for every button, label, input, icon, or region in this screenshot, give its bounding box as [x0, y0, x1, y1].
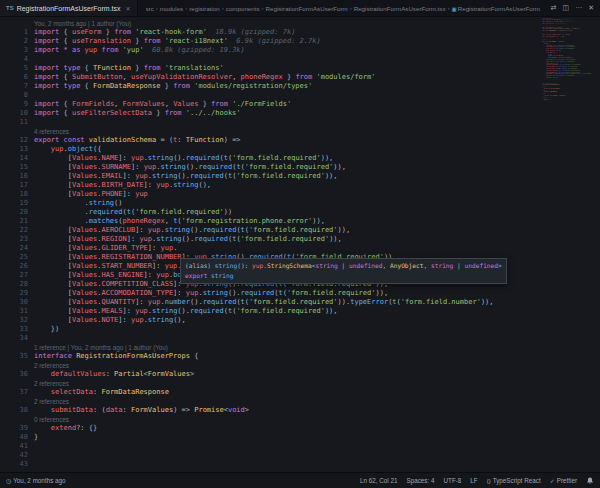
line-number: 3 — [0, 46, 34, 55]
line-number: 19 — [0, 199, 34, 208]
line-number: 13 — [0, 145, 34, 154]
breadcrumb-separator-icon: › — [448, 5, 450, 11]
tab-close-icon[interactable]: ✕ — [126, 5, 131, 12]
line-number: 10 — [0, 109, 34, 118]
breadcrumb-item[interactable]: registration — [189, 5, 220, 12]
tsx-file-icon: TS — [6, 5, 14, 11]
code-line: 32 [Values.NOTE]: yup.string(), — [0, 316, 600, 325]
code-line: 17 [Values.BIRTH_DATE]: yup.string(), — [0, 181, 600, 190]
line-number: 12 — [0, 136, 34, 145]
code-line: 22 [Values.AEROCLUB]: yup.string().requi… — [0, 226, 600, 235]
line-number: 7 — [0, 82, 34, 91]
codelens-line[interactable]: 4 references — [0, 127, 600, 136]
line-number — [0, 19, 34, 28]
line-number: 24 — [0, 244, 34, 253]
line-number: 25 — [0, 253, 34, 262]
status-item-blame-status[interactable]: ◷You, 2 months ago — [6, 477, 66, 484]
code-line: 2import { useTranslation } from 'react-i… — [0, 37, 600, 46]
code-line: 15 [Values.SURNAME]: yup.string().requir… — [0, 163, 600, 172]
breadcrumb-item[interactable]: RegistrationFormAsUserForm.tsx — [354, 5, 446, 12]
breadcrumb-item[interactable]: RegistrationFormAsUserForm — [266, 5, 348, 12]
code-line: 10import { useFilterSelectData } from '.… — [0, 109, 600, 118]
editor-pane[interactable]: You, 2 months ago | 1 author (You)1impor… — [0, 17, 600, 474]
line-number: 6 — [0, 73, 34, 82]
line-number: 32 — [0, 316, 34, 325]
code-line: 35interface RegistrationFormAsUserProps … — [0, 352, 600, 361]
breadcrumb-item[interactable]: modules — [160, 5, 183, 12]
line-number: 11 — [0, 118, 34, 127]
more-actions-icon[interactable]: ⋯ — [575, 4, 582, 12]
code-line: 36 defaultValues: Partial<FormValues> — [0, 370, 600, 379]
codelens-line[interactable]: 2 references — [0, 379, 600, 388]
code-line: 9import { FormFields, FormValues, Values… — [0, 100, 600, 109]
line-number: 35 — [0, 352, 34, 361]
split-editor-icon[interactable]: ◫ — [563, 4, 570, 12]
breadcrumb-item[interactable]: src — [146, 5, 154, 12]
code-line: 7import type { FormDataResponse } from '… — [0, 82, 600, 91]
code-line: 30 [Values.QUANTITY]: yup.number().requi… — [0, 298, 600, 307]
status-right: Ln 62, Col 21Spaces: 4UTF-8LF{}TypeScrip… — [360, 477, 594, 485]
line-number: 17 — [0, 181, 34, 190]
status-item-cursor-position[interactable]: Ln 62, Col 21 — [360, 477, 397, 484]
breadcrumb-item[interactable]: components — [226, 5, 260, 12]
line-number: 40 — [0, 433, 34, 442]
formatter-icon: ✓ — [550, 477, 555, 484]
status-item-language-mode[interactable]: {}TypeScript React — [487, 477, 541, 484]
code-line: 39 extend?: {} — [0, 424, 600, 433]
code-line: 14 [Values.NAME]: yup.string().required(… — [0, 154, 600, 163]
code-line: 31 [Values.MEALS]: yup.string().required… — [0, 307, 600, 316]
status-item-formatter[interactable]: ✓Prettier — [550, 477, 577, 484]
minimap[interactable]: You, 2 months ago | 1 author (You)1impor… — [542, 17, 600, 145]
codelens-line[interactable]: 0 references — [0, 415, 600, 424]
status-item-indentation[interactable]: Spaces: 4 — [406, 477, 434, 484]
code-line: 6import { SubmitButton, useYupValidation… — [0, 73, 600, 82]
code-line: 43 — [0, 460, 600, 469]
code-line: 33 }) — [0, 325, 600, 334]
line-number: 16 — [0, 172, 34, 181]
breadcrumb-separator-icon: › — [185, 5, 187, 11]
notifications-bell-icon[interactable] — [586, 477, 594, 485]
line-number: 5 — [0, 64, 34, 73]
code-rows: You, 2 months ago | 1 author (You)1impor… — [0, 17, 600, 469]
code-line: 24 [Values.GLIDER_TYPE]: yup. — [0, 244, 600, 253]
open-changes-icon[interactable]: ⇄ — [551, 4, 557, 12]
status-item-encoding[interactable]: UTF-8 — [444, 477, 462, 484]
language-mode-icon: {} — [487, 478, 491, 484]
symbol-icon: ▣ — [452, 6, 457, 12]
editor-topbar: TS RegistrationFormAsUserForm.tsx ✕ src›… — [0, 0, 600, 17]
breadcrumb-separator-icon: › — [156, 5, 158, 11]
status-bar: ◷You, 2 months ago Ln 62, Col 21Spaces: … — [0, 472, 600, 488]
line-number: 37 — [0, 388, 34, 397]
code-line: 1import { useForm } from 'react-hook-for… — [0, 28, 600, 37]
hover-popup-line: (alias) string(): yup.StringSchema<strin… — [185, 261, 502, 271]
line-number: 23 — [0, 235, 34, 244]
breadcrumb-item[interactable]: ▣RegistrationFormAsUserForm — [452, 5, 540, 12]
breadcrumb: src›modules›registration›components›Regi… — [146, 5, 545, 12]
breadcrumb-separator-icon: › — [262, 5, 264, 11]
code-line: 19 .string() — [0, 199, 600, 208]
code-line: 20 .required(t('form.field.required')) — [0, 208, 600, 217]
code-line: 40} — [0, 433, 600, 442]
line-number: 1 — [0, 28, 34, 37]
line-number — [0, 127, 34, 136]
line-number — [0, 397, 34, 406]
codelens-line[interactable]: 2 references — [0, 397, 600, 406]
tab-registration-form[interactable]: TS RegistrationFormAsUserForm.tsx ✕ — [0, 0, 138, 16]
line-number — [0, 343, 34, 352]
line-number: 38 — [0, 406, 34, 415]
code-line: 38 submitData: (data: FormValues) => Pro… — [0, 406, 600, 415]
line-number: 21 — [0, 217, 34, 226]
blame-line: You, 2 months ago | 1 author (You) — [0, 19, 600, 28]
line-number: 8 — [0, 91, 34, 100]
line-number: 27 — [0, 271, 34, 280]
code-line: 12export const validationSchema = (t: TF… — [0, 136, 600, 145]
code-line: 21 .matches(phoneRegex, t('form.registra… — [0, 217, 600, 226]
line-number: 4 — [0, 55, 34, 64]
codelens-line[interactable]: 2 references — [0, 361, 600, 370]
line-number: 31 — [0, 307, 34, 316]
close-editor-icon[interactable]: ✕ — [588, 4, 594, 12]
line-number: 20 — [0, 208, 34, 217]
code-rows: You, 2 months ago | 1 author (You)1impor… — [542, 17, 599, 107]
line-number: 14 — [0, 154, 34, 163]
status-item-eol-sequence[interactable]: LF — [470, 477, 477, 484]
